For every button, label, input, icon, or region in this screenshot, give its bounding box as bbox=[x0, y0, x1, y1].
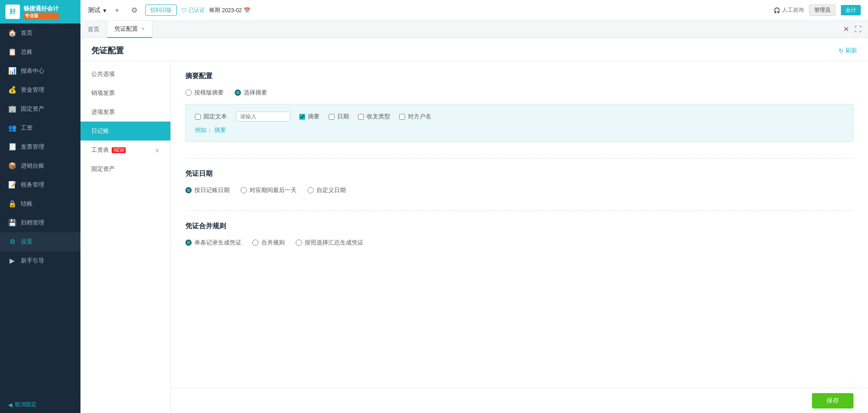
sidebar-item-tax[interactable]: 📝 税务管理 bbox=[0, 175, 80, 194]
radio-custom-date-input[interactable] bbox=[307, 187, 314, 193]
refresh-label: 刷新 bbox=[845, 47, 857, 55]
example-label: 例如： bbox=[195, 127, 212, 133]
sidebar-item-guide[interactable]: ▶ 新手引导 bbox=[0, 251, 80, 270]
radio-journal-date-text: 按日记账日期 bbox=[194, 186, 230, 194]
add-button[interactable]: + bbox=[111, 4, 123, 17]
abstract-checkbox[interactable] bbox=[299, 114, 305, 120]
date-section: 凭证日期 按日记账日期 对应期间最后一天 bbox=[185, 169, 854, 194]
sidebar-item-invoices[interactable]: 🧾 发票管理 bbox=[0, 137, 80, 156]
admin-button[interactable]: 管理员 bbox=[809, 5, 835, 16]
fixed-text-checkbox[interactable] bbox=[195, 114, 201, 120]
tab-home-label: 首页 bbox=[88, 25, 99, 33]
left-nav: 公共选项 销项发票 进项发票 日记账 工资表 NEW ∨ 固定资产 bbox=[80, 61, 171, 413]
assets-icon: 🏢 bbox=[8, 105, 16, 113]
tab-bar-actions: ✕ ⛶ bbox=[841, 23, 868, 35]
tab-bar: 首页 凭证配置 × ✕ ⛶ bbox=[80, 21, 868, 38]
tab-close-window-button[interactable]: ✕ bbox=[841, 23, 851, 35]
consult-button[interactable]: 🎧 人工咨询 bbox=[774, 6, 804, 14]
sidebar-item-label: 资金管理 bbox=[21, 86, 44, 94]
company-selector[interactable]: 测试 ▾ bbox=[88, 6, 106, 14]
opposite-label[interactable]: 对方户名 bbox=[399, 113, 431, 121]
example-value: 摘要 bbox=[214, 127, 226, 133]
sidebar-item-payroll[interactable]: 👥 工资 bbox=[0, 118, 80, 137]
radio-merge-rule-label[interactable]: 合并规则 bbox=[252, 239, 285, 247]
radio-select-merge-input[interactable] bbox=[296, 239, 302, 246]
radio-journal-date-input[interactable] bbox=[185, 187, 192, 193]
radio-template-input[interactable] bbox=[185, 89, 192, 96]
refresh-button[interactable]: ↻ 刷新 bbox=[839, 47, 857, 55]
radio-select-label[interactable]: 选择摘要 bbox=[235, 89, 267, 97]
radio-select-merge-label[interactable]: 按照选择汇总生成凭证 bbox=[296, 239, 363, 247]
payroll-icon: 👥 bbox=[8, 124, 16, 132]
radio-period-last-label[interactable]: 对应期间最后一天 bbox=[241, 186, 297, 194]
radio-merge-rule-input[interactable] bbox=[252, 239, 259, 246]
ledger-icon: 📋 bbox=[8, 48, 16, 56]
sidebar-item-reports[interactable]: 📊 报表中心 bbox=[0, 61, 80, 80]
unpin-sidebar-button[interactable]: ◀ 取消固定 bbox=[0, 396, 80, 413]
radio-template-label[interactable]: 按模版摘要 bbox=[185, 89, 224, 97]
sidebar-item-settings[interactable]: ⚙ 设置 bbox=[0, 232, 80, 251]
company-dropdown-icon: ▾ bbox=[103, 7, 106, 14]
abstract-label[interactable]: 摘要 bbox=[299, 113, 320, 121]
tab-voucher-config[interactable]: 凭证配置 × bbox=[107, 21, 152, 38]
left-nav-purchase[interactable]: 进项发票 bbox=[80, 103, 170, 122]
radio-select-input[interactable] bbox=[235, 89, 241, 96]
tab-home[interactable]: 首页 bbox=[80, 21, 107, 38]
opposite-checkbox[interactable] bbox=[399, 114, 405, 120]
calendar-icon[interactable]: 📅 bbox=[244, 7, 250, 14]
tab-fullscreen-button[interactable]: ⛶ bbox=[853, 23, 863, 35]
sidebar-item-label: 税务管理 bbox=[21, 181, 44, 189]
left-nav-public[interactable]: 公共选项 bbox=[80, 65, 170, 84]
home-icon: 🏠 bbox=[8, 29, 16, 37]
merge-radio-group: 单条记录生成凭证 合并规则 按照选择汇总生成凭证 bbox=[185, 239, 854, 247]
role-badge: 会计 bbox=[841, 5, 861, 15]
page-title: 凭证配置 bbox=[91, 45, 124, 56]
pay-type-label[interactable]: 收支类型 bbox=[358, 113, 390, 121]
switch-old-version-button[interactable]: 切到旧版 bbox=[145, 5, 177, 16]
sidebar-item-home[interactable]: 🏠 首页 bbox=[0, 23, 80, 42]
sidebar-item-funds[interactable]: 💰 资金管理 bbox=[0, 80, 80, 99]
payroll-expand-icon[interactable]: ∨ bbox=[155, 147, 160, 154]
sidebar-item-ledger[interactable]: 📋 总账 bbox=[0, 42, 80, 61]
period-value: 2023-02 bbox=[222, 7, 242, 14]
app-logo: 好 畅捷通好会计 专业版 bbox=[0, 0, 80, 23]
radio-period-last-text: 对应期间最后一天 bbox=[250, 186, 297, 194]
radio-template-text: 按模版摘要 bbox=[194, 89, 224, 97]
logo-text: 畅捷通好会计 专业版 bbox=[24, 5, 59, 19]
tab-close-icon[interactable]: × bbox=[142, 26, 145, 32]
sidebar-item-label: 归档管理 bbox=[21, 219, 44, 227]
left-nav-sales[interactable]: 销项发票 bbox=[80, 84, 170, 103]
date-checkbox[interactable] bbox=[329, 114, 335, 120]
divider-2 bbox=[185, 211, 854, 211]
summary-radio-group: 按模版摘要 选择摘要 bbox=[185, 89, 854, 97]
headset-icon: 🎧 bbox=[774, 7, 780, 14]
left-nav-payroll[interactable]: 工资表 NEW ∨ bbox=[80, 141, 170, 160]
sidebar-item-label: 进销台账 bbox=[21, 162, 44, 170]
sidebar-item-label: 新手引导 bbox=[21, 257, 44, 265]
checkbox-row: 固定文本 摘要 日期 bbox=[195, 112, 844, 122]
pay-type-checkbox[interactable] bbox=[358, 114, 364, 120]
sidebar-item-label: 首页 bbox=[21, 29, 33, 37]
sidebar-item-sales-purchase[interactable]: 📦 进销台账 bbox=[0, 156, 80, 175]
sidebar-item-assets[interactable]: 🏢 固定资产 bbox=[0, 99, 80, 118]
sidebar-item-archive[interactable]: 💾 归档管理 bbox=[0, 213, 80, 232]
radio-journal-date-label[interactable]: 按日记账日期 bbox=[185, 186, 230, 194]
left-nav-payroll-label: 工资表 bbox=[91, 146, 109, 154]
fixed-text-label[interactable]: 固定文本 bbox=[195, 113, 227, 121]
page-wrapper: 凭证配置 ↻ 刷新 公共选项 销项发票 进项发票 日记账 工资表 NEW bbox=[80, 38, 868, 413]
sidebar-item-close[interactable]: 🔒 结账 bbox=[0, 194, 80, 213]
radio-period-last-input[interactable] bbox=[241, 187, 247, 193]
radio-custom-date-label[interactable]: 自定义日期 bbox=[307, 186, 346, 194]
date-label[interactable]: 日期 bbox=[329, 113, 349, 121]
radio-single-label[interactable]: 单条记录生成凭证 bbox=[185, 239, 241, 247]
sales-purchase-icon: 📦 bbox=[8, 162, 16, 170]
radio-single-input[interactable] bbox=[185, 239, 192, 246]
settings-button[interactable]: ⚙ bbox=[128, 4, 141, 17]
summary-section: 摘要配置 按模版摘要 选择摘要 bbox=[185, 72, 854, 142]
left-nav-assets[interactable]: 固定资产 bbox=[80, 160, 170, 178]
period-label: 账期 bbox=[209, 6, 220, 14]
left-nav-journal[interactable]: 日记账 bbox=[80, 122, 170, 141]
main-area: 测试 ▾ + ⚙ 切到旧版 🛡 已认证 账期 2023-02 📅 🎧 人工咨询 … bbox=[80, 0, 868, 413]
fixed-text-input[interactable] bbox=[236, 112, 290, 122]
save-button[interactable]: 保存 bbox=[812, 393, 854, 408]
